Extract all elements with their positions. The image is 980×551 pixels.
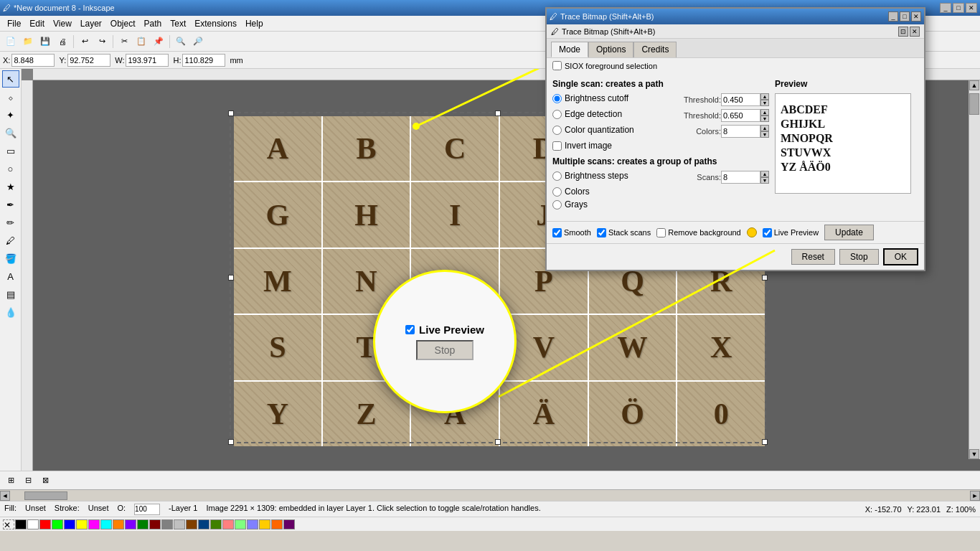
live-preview-checkbox[interactable] [763, 228, 772, 237]
pencil-tool[interactable]: ✏ [2, 214, 19, 231]
reset-button[interactable]: Reset [791, 249, 835, 265]
opacity-input[interactable] [134, 504, 160, 515]
scans-spin-down[interactable]: ▼ [760, 177, 769, 184]
tab-options[interactable]: Options [588, 42, 633, 57]
color-white[interactable] [27, 519, 39, 529]
maximize-button[interactable]: □ [953, 3, 964, 13]
y-input[interactable] [67, 54, 110, 67]
open-btn[interactable]: 📁 [20, 34, 36, 50]
zoom-tool[interactable]: 🔍 [2, 124, 19, 141]
colors-input[interactable] [721, 125, 760, 138]
edge-threshold-input[interactable] [721, 109, 760, 122]
remove-bg-checkbox[interactable] [656, 228, 666, 237]
brightness-steps-radio[interactable] [552, 171, 562, 181]
handle-tc[interactable] [495, 110, 501, 116]
save-btn[interactable]: 💾 [37, 34, 53, 50]
update-button[interactable]: Update [824, 225, 874, 240]
height-input[interactable] [182, 54, 225, 67]
close-button[interactable]: ✕ [966, 3, 977, 13]
dialog-minimize-btn[interactable]: _ [888, 11, 898, 22]
brightness-spin-up[interactable]: ▲ [760, 93, 769, 100]
copy-btn[interactable]: 📋 [133, 34, 149, 50]
color-gray[interactable] [161, 519, 173, 529]
menu-text[interactable]: Text [166, 17, 190, 30]
color-silver[interactable] [174, 519, 185, 529]
star-tool[interactable]: ★ [2, 178, 19, 195]
color-pink[interactable] [222, 519, 234, 529]
snap-btn-1[interactable]: ⊞ [3, 473, 19, 489]
dialog-maximize-btn[interactable]: □ [900, 11, 910, 22]
cut-btn[interactable]: ✂ [116, 34, 132, 50]
width-input[interactable] [126, 54, 169, 67]
redo-btn[interactable]: ↪ [94, 34, 110, 50]
menu-help[interactable]: Help [241, 17, 268, 30]
new-btn[interactable]: 📄 [3, 34, 19, 50]
color-olive[interactable] [210, 519, 222, 529]
stack-scans-checkbox[interactable] [597, 228, 606, 237]
color-gold[interactable] [259, 519, 270, 529]
color-darkpurple[interactable] [283, 519, 295, 529]
handle-ml[interactable] [228, 275, 234, 281]
rect-tool[interactable]: ▭ [2, 142, 19, 159]
magnify-stop-button[interactable]: Stop [416, 340, 474, 360]
x-input[interactable] [11, 54, 55, 67]
tab-mode[interactable]: Mode [551, 42, 588, 57]
dropper-tool[interactable]: 💧 [2, 303, 19, 321]
colors-spin-down[interactable]: ▼ [760, 131, 769, 138]
minimize-button[interactable]: _ [940, 3, 951, 13]
scroll-left-btn[interactable]: ◄ [0, 491, 10, 501]
menu-object[interactable]: Object [106, 17, 140, 30]
color-maroon[interactable] [149, 519, 161, 529]
text-tool[interactable]: A [2, 268, 19, 285]
siox-checkbox[interactable] [552, 61, 562, 70]
edge-spin-down[interactable]: ▼ [760, 116, 769, 122]
brightness-threshold-input[interactable] [721, 93, 760, 106]
color-red[interactable] [39, 519, 51, 529]
scroll-up-btn[interactable]: ▲ [969, 80, 979, 90]
invert-image-checkbox[interactable] [552, 141, 562, 151]
color-yellow[interactable] [76, 519, 88, 529]
brightness-cutoff-radio[interactable] [552, 94, 562, 103]
tab-credits[interactable]: Credits [633, 42, 677, 57]
menu-path[interactable]: Path [140, 17, 166, 30]
bucket-tool[interactable]: 🪣 [2, 250, 19, 267]
color-darkorange[interactable] [271, 519, 283, 529]
print-btn[interactable]: 🖨 [55, 34, 70, 50]
color-quantization-radio[interactable] [552, 126, 562, 135]
color-blue[interactable] [64, 519, 75, 529]
snap-btn-3[interactable]: ⊠ [37, 473, 53, 489]
magnify-live-preview-checkbox[interactable] [405, 325, 415, 334]
right-scrollbar[interactable]: ▲ ▼ [969, 80, 980, 459]
multi-colors-radio[interactable] [552, 187, 562, 197]
color-magenta[interactable] [88, 519, 100, 529]
calligraphy-tool[interactable]: 🖊 [2, 232, 19, 249]
handle-tl[interactable] [228, 110, 234, 116]
scans-spin-up[interactable]: ▲ [760, 171, 769, 177]
menu-view[interactable]: View [49, 17, 76, 30]
handle-bl[interactable] [228, 439, 234, 445]
inner-close-btn[interactable]: ✕ [910, 27, 920, 37]
scroll-down-btn[interactable]: ▼ [969, 449, 979, 459]
dialog-close-btn[interactable]: ✕ [911, 11, 921, 22]
color-brown[interactable] [186, 519, 197, 529]
menu-edit[interactable]: Edit [25, 17, 49, 30]
edge-detection-radio[interactable] [552, 110, 562, 119]
grays-radio[interactable] [552, 200, 562, 209]
color-orange[interactable] [113, 519, 124, 529]
scans-input[interactable] [721, 171, 760, 184]
stop-button[interactable]: Stop [839, 249, 879, 265]
color-lime[interactable] [235, 519, 246, 529]
menu-layer[interactable]: Layer [76, 17, 106, 30]
scroll-thumb[interactable] [969, 93, 979, 115]
color-purple[interactable] [125, 519, 136, 529]
zoom-in-btn[interactable]: 🔍 [173, 34, 189, 50]
pen-tool[interactable]: ✒ [2, 196, 19, 213]
color-black[interactable] [15, 519, 27, 529]
menu-extensions[interactable]: Extensions [190, 17, 241, 30]
color-green[interactable] [52, 519, 63, 529]
circle-tool[interactable]: ○ [2, 160, 19, 177]
menu-file[interactable]: File [3, 17, 25, 30]
color-cyan[interactable] [100, 519, 112, 529]
undo-btn[interactable]: ↩ [77, 34, 93, 50]
brightness-spin-down[interactable]: ▼ [760, 100, 769, 106]
